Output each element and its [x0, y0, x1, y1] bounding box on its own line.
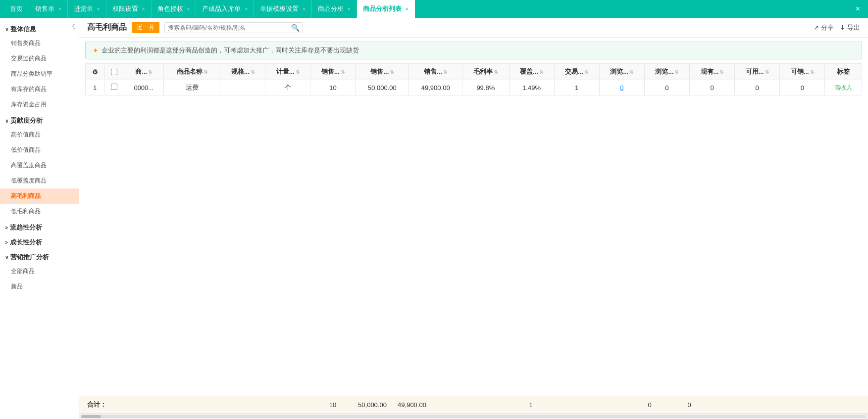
footer-cells: 1050,000.0049,900.00100: [115, 401, 860, 409]
share-icon: ↗: [814, 24, 819, 31]
sidebar-item-有库存的商品[interactable]: 有库存的商品: [0, 82, 79, 97]
nav-tab-角色授权[interactable]: 角色授权×: [152, 0, 197, 18]
sort-icon[interactable]: ⇅: [810, 69, 814, 75]
nav-tab-商品分析[interactable]: 商品分析×: [312, 0, 357, 18]
search-input[interactable]: [168, 24, 289, 31]
nav-tab-商品分析列表[interactable]: 商品分析列表×: [357, 0, 415, 18]
scrollbar-track[interactable]: [81, 415, 866, 418]
sidebar-item-低覆盖度商品[interactable]: 低覆盖度商品: [0, 173, 79, 188]
sidebar-item-商品分类助销率[interactable]: 商品分类助销率: [0, 66, 79, 82]
cell-tag: 高收入: [825, 80, 862, 95]
nav-tab-产成品入库单[interactable]: 产成品入库单×: [196, 0, 254, 18]
select-all-checkbox[interactable]: [111, 69, 117, 75]
scrollbar-area[interactable]: [79, 413, 868, 419]
col-header-name[interactable]: 商品名称⇅: [163, 64, 220, 80]
close-all-button[interactable]: ×: [852, 4, 864, 13]
sort-icon[interactable]: ⇅: [443, 69, 447, 75]
nav-tab-单据模板设置[interactable]: 单据模板设置×: [254, 0, 312, 18]
row-checkbox[interactable]: [111, 84, 117, 90]
sort-icon[interactable]: ⇅: [204, 69, 207, 75]
col-header-spec[interactable]: 规格...⇅: [220, 64, 265, 80]
export-label: 导出: [847, 23, 860, 32]
table-container: ⚙商...⇅商品名称⇅规格...⇅计量...⇅销售...⇅销售...⇅销售...…: [79, 63, 868, 396]
sort-icon[interactable]: ⇅: [296, 69, 300, 75]
search-icon[interactable]: 🔍: [291, 24, 300, 32]
close-tab-icon[interactable]: ×: [58, 6, 61, 12]
col-header-browseA[interactable]: 浏览...⇅: [599, 64, 644, 80]
group-arrow-icon: ∨: [5, 118, 8, 124]
export-button[interactable]: ⬇ 导出: [840, 23, 860, 32]
cell-unit: 个: [265, 80, 310, 95]
sort-icon[interactable]: ⇅: [251, 69, 255, 75]
sort-icon[interactable]: ⇅: [719, 69, 723, 75]
nav-tab-首页[interactable]: 首页: [4, 0, 29, 18]
col-header-coverage[interactable]: 覆盖...⇅: [509, 64, 554, 80]
col-header-unit[interactable]: 计量...⇅: [265, 64, 310, 80]
filter-month-button[interactable]: 近一月: [132, 22, 159, 33]
sidebar-collapse-button[interactable]: 《: [68, 22, 76, 32]
col-header-salesCost[interactable]: 销售...⇅: [409, 64, 462, 80]
sidebar-item-销售类商品[interactable]: 销售类商品: [0, 36, 79, 51]
col-header-browseB[interactable]: 浏览...⇅: [644, 64, 689, 80]
close-tab-icon[interactable]: ×: [187, 6, 190, 12]
sidebar-group-贡献度分析[interactable]: ∨贡献度分析: [0, 112, 79, 127]
col-header-grossRate[interactable]: 毛利率⇅: [462, 64, 509, 80]
sidebar-item-低价值商品[interactable]: 低价值商品: [0, 142, 79, 158]
group-arrow-icon: ∨: [5, 255, 8, 260]
col-header-salesQty[interactable]: 销售...⇅: [310, 64, 356, 80]
sort-icon[interactable]: ⇅: [539, 69, 543, 75]
close-tab-icon[interactable]: ×: [406, 6, 408, 12]
cell-stock: 0: [689, 80, 734, 95]
sidebar-item-库存资金占用[interactable]: 库存资金占用: [0, 97, 79, 112]
sidebar-group-成长性分析[interactable]: >成长性分析: [0, 234, 79, 249]
close-tab-icon[interactable]: ×: [245, 6, 248, 12]
sidebar-item-交易过的商品[interactable]: 交易过的商品: [0, 51, 79, 66]
nav-tab-销售单[interactable]: 销售单×: [29, 0, 68, 18]
footer-cell-available: 0: [669, 401, 709, 409]
footer-cell-empty5: [273, 401, 313, 409]
sidebar-item-全部商品[interactable]: 全部商品: [0, 264, 79, 279]
sidebar: 《 ∨整体信息销售类商品交易过的商品商品分类助销率有库存的商品库存资金占用∨贡献…: [0, 18, 79, 419]
sort-icon[interactable]: ⇅: [629, 69, 633, 75]
scrollbar-thumb[interactable]: [81, 415, 101, 418]
close-tab-icon[interactable]: ×: [303, 6, 306, 12]
col-header-salesAmt[interactable]: 销售...⇅: [356, 64, 409, 80]
sidebar-group-营销推广分析[interactable]: ∨营销推广分析: [0, 249, 79, 264]
col-header-available[interactable]: 可用...⇅: [735, 64, 780, 80]
cell-index: 1: [86, 80, 104, 95]
footer-cell-empty9: [590, 401, 630, 409]
sort-icon[interactable]: ⇅: [494, 69, 498, 75]
sidebar-item-新品[interactable]: 新品: [0, 279, 79, 294]
close-tab-icon[interactable]: ×: [142, 6, 145, 12]
group-label: 整体信息: [10, 25, 36, 34]
col-header-stock[interactable]: 现有...⇅: [689, 64, 734, 80]
sidebar-group-整体信息[interactable]: ∨整体信息: [0, 21, 79, 36]
close-tab-icon[interactable]: ×: [97, 6, 100, 12]
browse-link[interactable]: 0: [620, 84, 623, 92]
sort-icon[interactable]: ⇅: [148, 69, 152, 75]
sidebar-item-高覆盖度商品[interactable]: 高覆盖度商品: [0, 158, 79, 173]
settings-icon[interactable]: ⚙: [92, 68, 98, 76]
sort-icon[interactable]: ⇅: [674, 69, 678, 75]
footer-cell-empty3: [194, 401, 234, 409]
close-tab-icon[interactable]: ×: [348, 6, 351, 12]
footer-cell-empty2: [154, 401, 194, 409]
col-header-code[interactable]: 商...⇅: [124, 64, 163, 80]
col-header-saleable[interactable]: 可销...⇅: [780, 64, 825, 80]
nav-tab-权限设置[interactable]: 权限设置×: [106, 0, 152, 18]
share-button[interactable]: ↗ 分享: [814, 23, 834, 32]
sort-icon[interactable]: ⇅: [341, 69, 345, 75]
col-header-txCount[interactable]: 交易...⇅: [554, 64, 599, 80]
sidebar-item-高价值商品[interactable]: 高价值商品: [0, 127, 79, 142]
sort-icon[interactable]: ⇅: [584, 69, 588, 75]
nav-tab-进货单[interactable]: 进货单×: [68, 0, 106, 18]
cell-txCount: 1: [554, 80, 599, 95]
sidebar-group-流趋性分析[interactable]: >流趋性分析: [0, 219, 79, 234]
sort-icon[interactable]: ⇅: [390, 69, 394, 75]
sidebar-item-高毛利商品[interactable]: 高毛利商品: [0, 188, 79, 204]
cell-name: 运费: [163, 80, 220, 95]
sort-icon[interactable]: ⇅: [765, 69, 769, 75]
col-header-settings: ⚙: [86, 64, 104, 80]
cell-checkbox: [104, 80, 124, 95]
sidebar-item-低毛利商品[interactable]: 低毛利商品: [0, 204, 79, 219]
